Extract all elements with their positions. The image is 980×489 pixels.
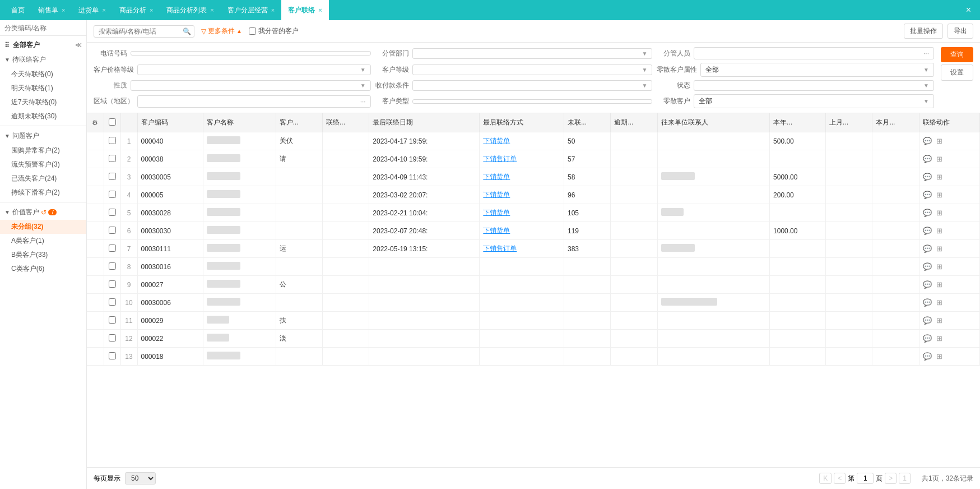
grid-action-icon[interactable]: ⊞ bbox=[936, 155, 942, 163]
comment-icon[interactable]: 💬 bbox=[923, 262, 932, 271]
col-customer-name[interactable]: 客户名称 bbox=[203, 113, 276, 132]
row-checkbox[interactable] bbox=[109, 316, 116, 324]
row-checkbox[interactable] bbox=[109, 262, 116, 270]
comment-icon[interactable]: 💬 bbox=[923, 191, 932, 199]
sidebar-section-problem[interactable]: ▼ 问题客户 bbox=[0, 128, 86, 144]
filter-phone-input[interactable] bbox=[131, 51, 371, 56]
filter-person-input[interactable]: ··· bbox=[694, 47, 934, 59]
filter-search-input[interactable] bbox=[99, 27, 183, 35]
sidebar-item-tomorrow-pending[interactable]: 明天待联络(1) bbox=[0, 81, 86, 95]
prev-page-button[interactable]: < bbox=[834, 473, 846, 484]
sidebar-item-abnormal[interactable]: 囤购异常客户(2) bbox=[0, 144, 86, 158]
comment-icon[interactable]: 💬 bbox=[923, 137, 932, 145]
comment-icon[interactable]: 💬 bbox=[923, 298, 932, 307]
col-last-contact-method[interactable]: 最后联络方式 bbox=[480, 113, 564, 132]
page-size-select[interactable]: 50 100 200 bbox=[125, 472, 156, 485]
col-this-month[interactable]: 本月... bbox=[872, 113, 919, 132]
tab-sales[interactable]: 销售单 × bbox=[31, 0, 72, 20]
comment-icon[interactable]: 💬 bbox=[923, 352, 932, 361]
row-checkbox[interactable] bbox=[109, 298, 116, 306]
col-last-month[interactable]: 上月... bbox=[826, 113, 872, 132]
tab-customer-contact-close[interactable]: × bbox=[318, 7, 322, 13]
batch-operation-button[interactable]: 批量操作 bbox=[904, 24, 943, 39]
sidebar-section-value[interactable]: ▼ 价值客户 ↺ 7 bbox=[0, 205, 86, 220]
grid-action-icon[interactable]: ⊞ bbox=[936, 316, 942, 325]
grid-action-icon[interactable]: ⊞ bbox=[936, 298, 942, 307]
tab-customer-segment[interactable]: 客户分层经营 × bbox=[221, 0, 281, 20]
col-customer-code[interactable]: 客户编码 bbox=[137, 113, 203, 132]
tab-sales-close[interactable]: × bbox=[62, 7, 65, 13]
sidebar-item-churn-warning[interactable]: 流失预警客户(3) bbox=[0, 158, 86, 172]
row-checkbox[interactable] bbox=[109, 245, 116, 252]
comment-icon[interactable]: 💬 bbox=[923, 316, 932, 325]
contact-method-link[interactable]: 下销货单 bbox=[483, 191, 510, 199]
col-contact[interactable]: 联络... bbox=[322, 113, 369, 132]
row-checkbox[interactable] bbox=[109, 209, 116, 216]
row-checkbox[interactable] bbox=[109, 227, 116, 234]
grid-action-icon[interactable]: ⊞ bbox=[936, 280, 942, 289]
first-page-button[interactable]: K bbox=[819, 473, 832, 484]
sidebar-item-ungroup[interactable]: 未分组(32) bbox=[0, 220, 86, 234]
filter-customer-level-select[interactable]: ▼ bbox=[412, 64, 653, 75]
refresh-icon[interactable]: ↺ bbox=[41, 209, 47, 216]
row-checkbox[interactable] bbox=[109, 155, 116, 162]
page-number-input[interactable] bbox=[857, 473, 874, 484]
row-checkbox[interactable] bbox=[109, 137, 116, 144]
filter-nature-select[interactable]: ▼ bbox=[131, 80, 371, 91]
col-last-contact-date[interactable]: 最后联络日期 bbox=[369, 113, 480, 132]
contact-method-link[interactable]: 下销货单 bbox=[483, 209, 510, 216]
col-unit-contact[interactable]: 往来单位联系人 bbox=[657, 113, 769, 132]
row-checkbox[interactable] bbox=[109, 173, 116, 180]
tab-purchase-close[interactable]: × bbox=[102, 7, 105, 13]
tab-product-analysis-list[interactable]: 商品分析列表 × bbox=[160, 0, 220, 20]
grid-action-icon[interactable]: ⊞ bbox=[936, 191, 942, 199]
filter-payment-select[interactable]: ▼ bbox=[412, 80, 653, 91]
col-customer-type[interactable]: 客户... bbox=[276, 113, 322, 132]
sidebar-item-c-class[interactable]: C类客户(6) bbox=[0, 262, 86, 276]
grid-action-icon[interactable]: ⊞ bbox=[936, 245, 942, 253]
filter-my-customer[interactable]: 我分管的客户 bbox=[249, 26, 299, 36]
contact-method-link[interactable]: 下销售订单 bbox=[483, 155, 517, 163]
close-all-button[interactable]: × bbox=[962, 5, 976, 15]
tab-customer-segment-close[interactable]: × bbox=[271, 7, 275, 13]
my-customer-checkbox[interactable] bbox=[249, 27, 256, 35]
grid-action-icon[interactable]: ⊞ bbox=[936, 227, 942, 235]
col-settings[interactable]: ⚙ bbox=[87, 113, 104, 132]
comment-icon[interactable]: 💬 bbox=[923, 334, 932, 343]
next-page-button[interactable]: > bbox=[885, 473, 897, 484]
sidebar-item-b-class[interactable]: B类客户(33) bbox=[0, 248, 86, 262]
row-checkbox[interactable] bbox=[109, 352, 116, 359]
row-checkbox[interactable] bbox=[109, 334, 116, 342]
sidebar-item-overdue-pending[interactable]: 逾期未联络(30) bbox=[0, 109, 86, 123]
grid-action-icon[interactable]: ⊞ bbox=[936, 262, 942, 271]
col-this-year[interactable]: 本年... bbox=[770, 113, 826, 132]
filter-region-input[interactable]: ··· bbox=[137, 95, 371, 108]
comment-icon[interactable]: 💬 bbox=[923, 209, 932, 217]
comment-icon[interactable]: 💬 bbox=[923, 280, 932, 289]
last-page-button[interactable]: 1 bbox=[899, 473, 911, 484]
select-all-checkbox[interactable] bbox=[109, 118, 116, 126]
contact-method-link[interactable]: 下销货单 bbox=[483, 227, 510, 234]
grid-action-icon[interactable]: ⊞ bbox=[936, 209, 942, 217]
sidebar-search-input[interactable] bbox=[4, 24, 87, 32]
tab-purchase[interactable]: 进货单 × bbox=[72, 0, 112, 20]
grid-action-icon[interactable]: ⊞ bbox=[936, 173, 942, 181]
grid-action-icon[interactable]: ⊞ bbox=[936, 352, 942, 361]
col-overdue[interactable]: 逾期... bbox=[611, 113, 657, 132]
reset-button[interactable]: 设置 bbox=[941, 64, 973, 81]
contact-method-link[interactable]: 下销售订单 bbox=[483, 245, 517, 252]
sidebar-item-today-pending[interactable]: 今天待联络(0) bbox=[0, 67, 86, 81]
comment-icon[interactable]: 💬 bbox=[923, 227, 932, 235]
collapse-icon[interactable]: ≪ bbox=[75, 41, 82, 49]
sidebar-item-a-class[interactable]: A类客户(1) bbox=[0, 234, 86, 248]
tab-product-analysis-list-close[interactable]: × bbox=[210, 7, 213, 13]
filter-scatter-select[interactable]: 全部 ▼ bbox=[694, 94, 934, 108]
tab-product-analysis-close[interactable]: × bbox=[150, 7, 153, 13]
comment-icon[interactable]: 💬 bbox=[923, 173, 932, 181]
sidebar-item-declining[interactable]: 持续下滑客户(2) bbox=[0, 186, 86, 200]
contact-method-link[interactable]: 下销货单 bbox=[483, 137, 510, 145]
tab-home[interactable]: 首页 bbox=[4, 0, 31, 20]
tab-product-analysis[interactable]: 商品分析 × bbox=[113, 0, 160, 20]
sidebar-item-churned[interactable]: 已流失客户(24) bbox=[0, 172, 86, 186]
export-button[interactable]: 导出 bbox=[948, 24, 973, 39]
